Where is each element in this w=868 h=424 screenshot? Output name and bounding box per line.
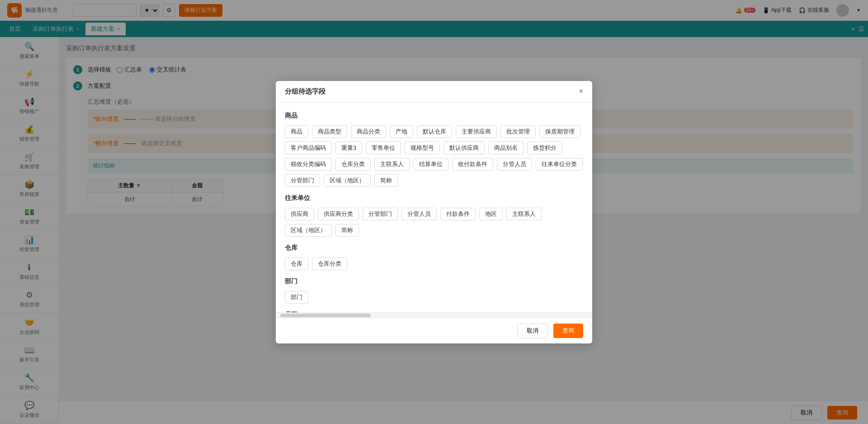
field-tag-weight3[interactable]: 重量3 [335, 142, 362, 154]
field-tag-supplier[interactable]: 供应商 [285, 208, 314, 220]
field-tag-main-contact-partner[interactable]: 主联系人 [506, 208, 542, 220]
field-tag-spec-model[interactable]: 规格型号 [405, 142, 440, 154]
field-tag-dept[interactable]: 部门 [285, 291, 308, 304]
field-tag-supplier-cat[interactable]: 供应商分类 [318, 208, 359, 220]
field-tag-region-partner[interactable]: 地区 [479, 208, 503, 220]
field-tag-tax-code[interactable]: 税收分类编码 [285, 158, 332, 171]
field-tag-default-supplier[interactable]: 默认供应商 [443, 142, 485, 154]
field-tag-batch-mgmt[interactable]: 批次管理 [500, 125, 536, 138]
section-title-partner: 往来单位 [285, 194, 583, 202]
field-tag-customer-code[interactable]: 客户商品编码 [285, 142, 332, 154]
field-tag-person-partner[interactable]: 分管人员 [401, 208, 437, 220]
field-tag-goods-alias[interactable]: 商品别名 [488, 142, 524, 154]
field-tag-pick-points[interactable]: 拣货积分 [527, 142, 562, 154]
field-tag-supervisor-dept[interactable]: 分管部门 [285, 174, 320, 187]
field-tag-supervisor[interactable]: 分管人员 [497, 158, 532, 171]
modal-body: 商品 商品 商品类型 商品分类 产地 默认仓库 主要供应商 批次管理 保质期管理… [276, 103, 592, 312]
field-tag-partner-category[interactable]: 往来单位分类 [536, 158, 583, 171]
modal-cancel-button[interactable]: 取消 [517, 324, 548, 338]
field-tag-goods[interactable]: 商品 [285, 125, 308, 138]
field-tag-warehouse-cat[interactable]: 仓库分类 [335, 158, 371, 171]
field-tag-settlement-unit[interactable]: 结算单位 [413, 158, 448, 171]
field-tag-dept-partner[interactable]: 分管部门 [363, 208, 398, 220]
field-tag-warehouse[interactable]: 仓库 [285, 257, 308, 270]
field-tag-region2-partner[interactable]: 区域（地区） [285, 224, 332, 237]
field-tag-warehouse-category[interactable]: 仓库分类 [312, 257, 347, 270]
modal-footer: 取消 查询 [276, 318, 592, 343]
field-grid-dept: 部门 [285, 291, 583, 304]
section-title-warehouse: 仓库 [285, 244, 583, 252]
field-tag-goods-type[interactable]: 商品类型 [312, 125, 347, 138]
field-tag-payment-condition[interactable]: 付款条件 [440, 208, 476, 220]
modal-header: 分组待选字段 × [276, 81, 592, 103]
field-tag-expiry-mgmt[interactable]: 保质期管理 [539, 125, 580, 138]
field-tag-retail-unit[interactable]: 零售单位 [366, 142, 401, 154]
modal-hscrollbar[interactable] [276, 312, 592, 318]
field-tag-short-name-goods[interactable]: 简称 [374, 174, 398, 187]
field-tag-goods-category[interactable]: 商品分类 [351, 125, 386, 138]
section-title-goods: 商品 [285, 112, 583, 120]
field-tag-main-supplier[interactable]: 主要供应商 [456, 125, 497, 138]
field-grid-goods: 商品 商品类型 商品分类 产地 默认仓库 主要供应商 批次管理 保质期管理 客户… [285, 125, 583, 187]
section-title-dept: 部门 [285, 277, 583, 286]
field-grid-warehouse: 仓库 仓库分类 [285, 257, 583, 270]
modal-confirm-button[interactable]: 查询 [553, 324, 583, 338]
modal-close-button[interactable]: × [579, 87, 583, 95]
field-tag-default-warehouse[interactable]: 默认仓库 [417, 125, 452, 138]
field-grid-partner: 供应商 供应商分类 分管部门 分管人员 付款条件 地区 主联系人 区域（地区） … [285, 208, 583, 237]
field-tag-main-contact[interactable]: 主联系人 [374, 158, 410, 171]
field-tag-payment-terms[interactable]: 收付款条件 [452, 158, 493, 171]
modal-overlay: 分组待选字段 × 商品 商品 商品类型 商品分类 产地 默认仓库 主要供应商 批… [0, 0, 868, 424]
modal-title: 分组待选字段 [285, 87, 326, 96]
modal-hscrollbar-thumb [280, 314, 371, 317]
field-tag-region-goods[interactable]: 区域（地区） [324, 174, 371, 187]
field-tag-origin[interactable]: 产地 [390, 125, 413, 138]
modal: 分组待选字段 × 商品 商品 商品类型 商品分类 产地 默认仓库 主要供应商 批… [276, 81, 592, 343]
field-tag-short-name-partner[interactable]: 简称 [335, 224, 359, 237]
